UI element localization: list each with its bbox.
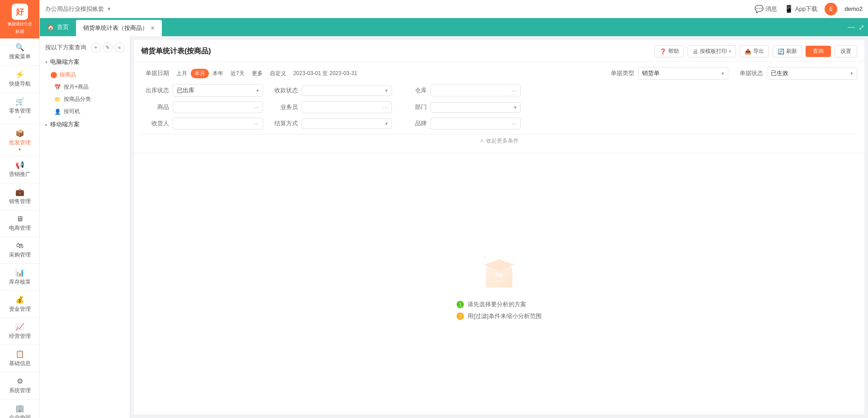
tab-report[interactable]: 销货单统计表（按商品） ✕ [76,20,162,36]
tab-maximize-icon[interactable]: ⤢ [859,23,864,32]
department-select[interactable]: ▾ [430,102,521,113]
logo-icon: 好 [12,4,28,20]
receiver-dots[interactable]: ··· [254,120,259,127]
tab-minimize-icon[interactable]: — [848,23,855,31]
receiver-label: 收货人 [141,119,173,128]
left-panel: 按以下方案查询 + ✎ « ▾ 电脑端方案 按商品 📅 按月+商品 [40,36,130,418]
doc-type-select[interactable]: 销货单 ▾ [638,67,728,80]
sub-item-by-cashier[interactable]: 👤 按司机 [40,105,130,118]
breadcrumb-dropdown-icon[interactable]: ▾ [108,5,111,12]
sidebar-item-retail[interactable]: 🛒 零售管理 ▼ [0,93,39,124]
payment-select[interactable]: ▾ [302,119,392,129]
doc-status-label: 单据状态 [737,69,767,77]
sidebar-item-operation[interactable]: 📈 经营管理 [0,318,39,345]
brand-input[interactable]: ··· [430,118,521,129]
sub-item-by-category[interactable]: 📁 按商品分类 [40,93,130,105]
date-tab-last7[interactable]: 近7天 [227,69,248,78]
employee-label: 业务员 [272,103,302,111]
sidebar-item-finance[interactable]: 💰 资金管理 [0,291,39,318]
mobile-group-label: 移动端方案 [50,120,80,128]
out-status-select[interactable]: 已出库 ▾ [173,84,263,97]
filter-row-1: 单据日期 上月 本月 本年 近7天 更多 自定义 2023-03-01 至 20… [141,67,857,80]
sidebar-item-inventory[interactable]: 📊 库存核算 [0,264,39,291]
brand-dots[interactable]: ··· [511,120,517,127]
sidebar-item-basic[interactable]: 📋 基础信息 [0,345,39,372]
tab-close-icon[interactable]: ✕ [151,25,155,31]
help-icon: ❓ [660,48,666,55]
sidebar-item-quick[interactable]: ⚡ 快捷导航 [0,66,39,93]
tree-pc-group[interactable]: ▾ 电脑端方案 [40,55,130,69]
sidebar-item-purchase[interactable]: 🛍 采购管理 [0,237,39,264]
panel-edit-btn[interactable]: ✎ [103,43,113,52]
svg-text:✦: ✦ [482,255,486,260]
date-tab-last-month[interactable]: 上月 [173,69,191,78]
date-tab-more[interactable]: 更多 [248,69,266,78]
tab-bar: 🏠 首页 销货单统计表（按商品） ✕ — ⤢ [40,18,868,36]
sidebar-item-marketing[interactable]: 📢 营销推广 [0,156,39,183]
user-name[interactable]: demo2 [844,5,863,12]
sidebar-item-ecommerce-label: 电商管理 [9,224,31,232]
sidebar-item-system[interactable]: ⚙ 系统管理 [0,372,39,399]
employee-input[interactable]: ··· [302,101,392,113]
refresh-btn[interactable]: 🔄 刷新 [773,45,802,57]
goods-dot-icon [51,72,57,78]
print-btn[interactable]: 🖨 按模板打印 ▾ [688,45,736,57]
filter-area: 单据日期 上月 本月 本年 近7天 更多 自定义 2023-03-01 至 20… [134,62,864,153]
date-filter-control: 上月 本月 本年 近7天 更多 自定义 2023-03-01 至 2023-03… [173,69,599,78]
tree-arrow-down: ▾ [45,60,47,65]
print-icon: 🖨 [693,48,698,55]
receiver-input[interactable]: ··· [173,118,263,129]
panel-collapse-btn[interactable]: « [114,43,124,52]
date-tab-this-month[interactable]: 本月 [191,69,209,78]
logo-text: 畅捷通好生意 [8,22,32,27]
query-btn[interactable]: 查询 [806,46,831,57]
panel-add-btn[interactable]: + [91,43,101,52]
message-btn[interactable]: 💬 消息 [755,5,777,13]
doc-type-label: 单据类型 [609,69,638,77]
sidebar-item-basic-label: 基础信息 [9,360,31,367]
date-tab-custom[interactable]: 自定义 [266,69,290,78]
sidebar-item-system-label: 系统管理 [9,387,31,394]
export-icon: 📤 [745,48,751,55]
goods-input[interactable]: ··· [173,101,263,113]
collect-status-select[interactable]: ▾ [302,86,392,96]
svg-text:✦: ✦ [512,259,515,264]
sidebar-item-enterprise[interactable]: 🏢 企业协同 [0,399,39,418]
sidebar-item-wholesale[interactable]: 📦 批发管理 ▲ [0,124,39,156]
app-download-btn[interactable]: 📱 App下载 [784,5,817,13]
sidebar-item-ecommerce[interactable]: 🖥 电商管理 [0,210,39,237]
sidebar-item-sales[interactable]: 💼 销售管理 [0,183,39,210]
doc-type-value: 销货单 [642,69,660,77]
page-header: 销货单统计表(按商品) ❓ 帮助 🖨 按模板打印 ▾ 📤 导出 [134,40,864,62]
settings-btn[interactable]: 设置 [835,45,857,57]
finance-icon: 💰 [15,295,24,304]
svg-point-1 [495,273,499,276]
tree-mobile-group[interactable]: ▸ 移动端方案 [40,118,130,131]
basic-icon: 📋 [15,350,24,358]
warehouse-input[interactable]: ··· [430,85,521,96]
user-avatar[interactable]: E [825,3,837,15]
goods-label: 商品 [141,103,173,111]
tip-num-2: 2 [457,313,464,320]
sidebar-item-quick-label: 快捷导航 [9,80,31,88]
goods-dots[interactable]: ··· [254,104,259,111]
doc-status-value: 已生效 [771,69,788,77]
sub-item-by-month-goods[interactable]: 📅 按月+商品 [40,81,130,93]
header-left: 办公用品行业模拟账套 ▾ [45,5,111,13]
employee-dots[interactable]: ··· [382,104,388,111]
export-btn[interactable]: 📤 导出 [740,45,769,57]
department-label: 部门 [401,103,430,111]
sidebar-item-search[interactable]: 🔍 搜索菜单 [0,38,39,66]
collapse-bar[interactable]: ∧ 收起更多条件 [141,134,857,147]
doc-status-select[interactable]: 已生效 ▾ [767,67,857,80]
warehouse-dots[interactable]: ··· [511,87,517,94]
tip-text-1: 请先选择要分析的方案 [467,300,526,309]
wholesale-arrow: ▲ [18,147,22,151]
logo-area[interactable]: 好 畅捷通好生意 标筛 [0,0,39,38]
tab-home[interactable]: 🏠 首页 [40,18,76,36]
date-tab-this-year[interactable]: 本年 [209,69,227,78]
tip-text-2: 用[过滤]条件来缩小分析范围 [467,312,541,320]
help-btn[interactable]: ❓ 帮助 [655,45,684,57]
wholesale-icon: 📦 [15,129,24,138]
sub-item-by-goods[interactable]: 按商品 [40,69,130,81]
